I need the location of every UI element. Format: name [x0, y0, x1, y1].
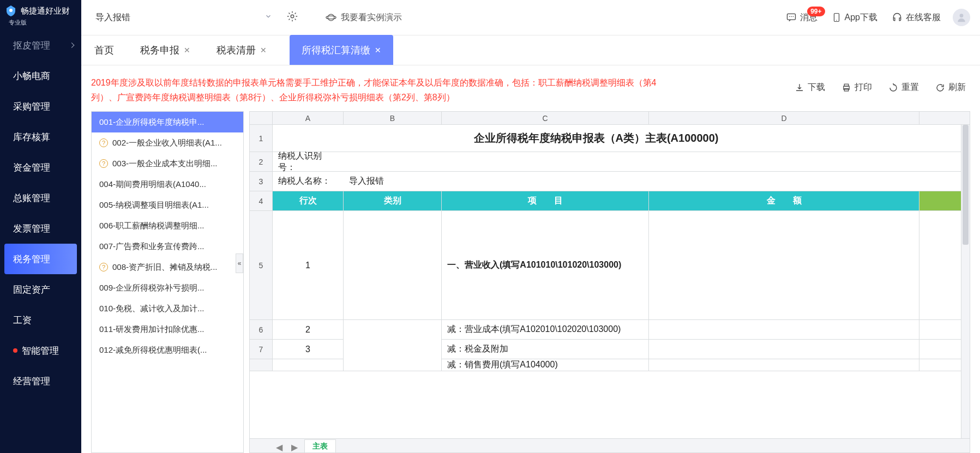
sidebar-item[interactable]: 发票管理	[0, 213, 81, 244]
tree-item-label: 007-广告费和业务宣传费跨...	[99, 241, 205, 252]
sidebar-item[interactable]: 库存核算	[0, 122, 81, 152]
tree-item[interactable]: 009-企业所得税弥补亏损明...	[92, 277, 243, 298]
tree-item[interactable]: 007-广告费和业务宣传费跨...	[92, 236, 243, 257]
col-header-d[interactable]: D	[649, 112, 919, 124]
tree-item-label: 001-企业所得税年度纳税申...	[99, 117, 205, 128]
select-all-corner[interactable]	[250, 112, 273, 124]
sidebar-item[interactable]: 资金管理	[0, 152, 81, 183]
line-num[interactable]: 3	[273, 340, 344, 359]
close-icon[interactable]: ✕	[260, 46, 267, 55]
sidebar-item-label: 采购管理	[13, 100, 50, 113]
sidebar-item[interactable]: 采购管理	[0, 91, 81, 122]
tree-item[interactable]: ?002-一般企业收入明细表(A1...	[92, 132, 243, 153]
sheet-tab-main[interactable]: 主表	[304, 439, 336, 452]
gear-icon[interactable]	[286, 10, 298, 25]
app-download-link[interactable]: App下载	[832, 12, 877, 23]
taxpayer-name-value[interactable]: 导入报错	[344, 172, 919, 191]
sidebar-item[interactable]: 固定资产	[0, 274, 81, 305]
row-num[interactable]: 5	[250, 211, 273, 320]
sidebar-item[interactable]: 总账管理	[0, 183, 81, 213]
item-cell[interactable]: 减：销售费用(填写A104000)	[442, 359, 649, 371]
tree-item[interactable]: 011-研发费用加计扣除优惠...	[92, 319, 243, 340]
sidebar-item[interactable]: 智能管理	[0, 335, 81, 366]
avatar[interactable]	[953, 9, 970, 26]
col-header-a[interactable]: A	[273, 112, 344, 124]
edition-label: 专业版	[0, 17, 81, 30]
download-label: App下载	[845, 12, 877, 23]
tab-label: 税务申报	[140, 44, 179, 57]
head-rownum[interactable]: 行次	[273, 191, 344, 211]
demo-link[interactable]: 我要看实例演示	[326, 12, 402, 23]
tab-label: 所得税汇算清缴	[302, 44, 370, 57]
item-cell[interactable]: 减：税金及附加	[442, 340, 649, 359]
sheet-nav-prev[interactable]: ◀	[274, 442, 285, 452]
search-selector[interactable]: 导入报错	[91, 8, 276, 27]
svg-point-5	[789, 16, 790, 17]
planet-icon	[326, 12, 336, 23]
tree-item[interactable]: 001-企业所得税年度纳税申...	[92, 112, 243, 132]
row-num[interactable]: 1	[250, 125, 273, 152]
category-cell[interactable]	[344, 211, 442, 320]
tree-item[interactable]: 012-减免所得税优惠明细表(...	[92, 340, 243, 360]
svg-point-7	[792, 16, 793, 17]
sidebar-item-label: 智能管理	[22, 345, 59, 357]
row-1: 1 企业所得税年度纳税申报表（A类）主表(A100000)	[250, 125, 970, 152]
item-cell[interactable]: 减：营业成本(填写A102010\102020\103000)	[442, 320, 649, 340]
collapse-handle[interactable]: «	[236, 253, 243, 273]
head-amount[interactable]: 金 额	[649, 191, 919, 211]
head-item[interactable]: 项 目	[442, 191, 649, 211]
tab-label: 税表清册	[217, 44, 256, 57]
line-num[interactable]: 2	[273, 320, 344, 340]
line-num[interactable]: 1	[273, 211, 344, 320]
sheet-title[interactable]: 企业所得税年度纳税申报表（A类）主表(A100000)	[273, 125, 919, 152]
tree-item[interactable]: ?008-资产折旧、摊销及纳税...	[92, 257, 243, 277]
sidebar-item-label: 库存核算	[13, 131, 50, 143]
page-tab[interactable]: 首页	[91, 35, 117, 65]
taxpayer-id-label[interactable]: 纳税人识别号：	[273, 152, 344, 172]
row-num[interactable]: 2	[250, 152, 273, 172]
sidebar-item[interactable]: 工资	[0, 305, 81, 335]
sidebar-item[interactable]: 抠皮管理	[0, 30, 81, 61]
search-value: 导入报错	[95, 12, 130, 23]
brand-name: 畅捷通好业财	[21, 6, 70, 16]
tree-item[interactable]: 005-纳税调整项目明细表(A1...	[92, 195, 243, 215]
tree-item[interactable]: 006-职工薪酬纳税调整明细...	[92, 215, 243, 236]
red-dot-icon	[13, 348, 17, 353]
close-icon[interactable]: ✕	[184, 46, 190, 55]
sidebar-item-label: 发票管理	[13, 222, 50, 235]
row-num[interactable]: 4	[250, 191, 273, 211]
page-tab[interactable]: 税务申报✕	[137, 35, 194, 65]
row-num[interactable]: 7	[250, 340, 273, 359]
row-num[interactable]: 6	[250, 320, 273, 340]
row-num[interactable]	[250, 359, 273, 371]
refresh-button[interactable]: 刷新	[935, 82, 966, 93]
tree-item[interactable]: 004-期间费用明细表(A1040...	[92, 174, 243, 195]
taxpayer-id-value[interactable]	[344, 152, 919, 172]
question-icon: ?	[99, 138, 108, 147]
col-header-b[interactable]: B	[344, 112, 442, 124]
head-category[interactable]: 类别	[344, 191, 442, 211]
row-num[interactable]: 3	[250, 172, 273, 191]
messages-link[interactable]: 消息 99+	[786, 12, 817, 23]
item-cell[interactable]: 一、营业收入(填写A101010\101020\103000)	[442, 211, 649, 320]
sidebar-item[interactable]: 小畅电商	[0, 61, 81, 91]
tree-item-label: 012-减免所得税优惠明细表(...	[99, 345, 207, 355]
tree-item[interactable]: 010-免税、减计收入及加计...	[92, 298, 243, 319]
messages-badge: 99+	[807, 7, 825, 16]
page-tab[interactable]: 所得税汇算清缴✕	[290, 35, 393, 65]
col-header-c[interactable]: C	[442, 112, 649, 124]
sheet-nav-next[interactable]: ▶	[289, 442, 300, 452]
vertical-scrollbar[interactable]	[961, 125, 970, 438]
support-link[interactable]: 在线客服	[892, 12, 941, 23]
print-button[interactable]: 打印	[841, 82, 872, 93]
sidebar-item[interactable]: 税务管理	[4, 244, 77, 274]
close-icon[interactable]: ✕	[375, 46, 381, 55]
page-tab[interactable]: 税表清册✕	[213, 35, 270, 65]
reset-button[interactable]: 重置	[888, 82, 919, 93]
sidebar-item[interactable]: 经营管理	[0, 366, 81, 396]
download-button[interactable]: 下载	[795, 82, 825, 93]
amount-cell[interactable]	[649, 211, 919, 320]
support-label: 在线客服	[906, 12, 941, 23]
tree-item[interactable]: ?003-一般企业成本支出明细...	[92, 153, 243, 174]
taxpayer-name-label[interactable]: 纳税人名称：	[273, 172, 344, 191]
